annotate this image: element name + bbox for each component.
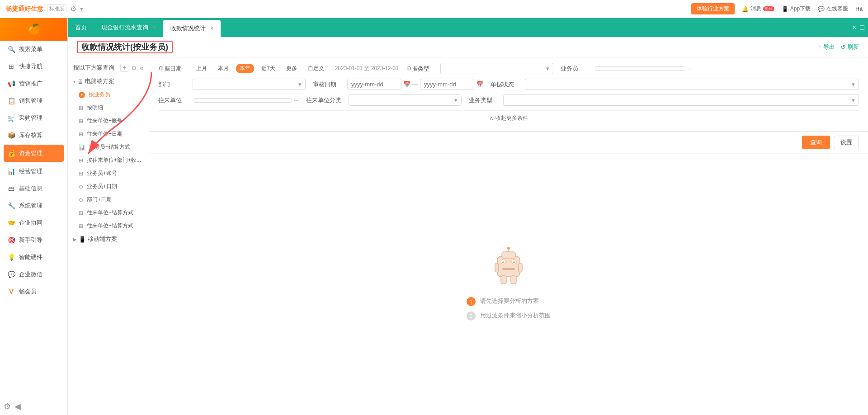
page-title: 收款情况统计(按业务员): [77, 41, 173, 53]
sidebar-collapse-btn[interactable]: ◀: [14, 401, 21, 411]
partner-category-select[interactable]: ▾: [349, 94, 462, 106]
query-btn[interactable]: 查询: [802, 136, 830, 149]
sidebar-item-quicknav[interactable]: ⊞ 快捷导航: [0, 58, 67, 75]
filter-row-1: 单据日期 上月 本月 本年 近7天 更多 自定义 2023-01-01 至 20…: [158, 63, 859, 74]
date-more-btn[interactable]: 更多: [283, 64, 301, 73]
dropdown-icon[interactable]: ▾: [80, 5, 83, 12]
sidebar-label-member: 畅会员: [19, 288, 37, 296]
calendar-icon-from[interactable]: 📅: [403, 81, 410, 88]
sidebar-item-enterprise[interactable]: 🤝 企业协同: [0, 214, 67, 231]
scheme-item-bydeptdate[interactable]: ⊙ 部门+日期: [68, 193, 149, 206]
scheme-item-bystaffdate[interactable]: ⊙ 业务员+日期: [68, 180, 149, 193]
audit-date-from[interactable]: [347, 79, 401, 90]
byunitdeptcollect-icon: ⊞: [79, 157, 83, 164]
sidebar-item-member[interactable]: V 畅会员: [0, 283, 67, 300]
staff-select[interactable]: [595, 66, 685, 71]
notice-btn[interactable]: 🔔 消息 99+: [742, 5, 774, 13]
tab-home-label: 首页: [75, 24, 87, 32]
sidebar-item-inventory[interactable]: 📦 库存核算: [0, 127, 67, 144]
tab-bankflow[interactable]: 现金银行流水查询 ×: [94, 18, 163, 37]
sidebar-label-hardware: 智能硬件: [19, 253, 42, 261]
window-max-btn[interactable]: □: [860, 24, 864, 32]
scheme-item-byunitdate[interactable]: ⊞ 往来单位+日期: [68, 127, 149, 141]
scheme-item-byunitdeptcollect[interactable]: ⊞ 按往来单位+部门+收...: [68, 154, 149, 167]
notice-badge: 99+: [763, 6, 774, 11]
svg-rect-8: [502, 268, 515, 270]
scheme-settings-btn[interactable]: ⚙: [131, 64, 137, 71]
enterprise-icon: 🤝: [7, 219, 15, 227]
scheme-item-bystaff[interactable]: ● 按业务员: [68, 88, 149, 101]
right-panel: 单据日期 上月 本月 本年 近7天 更多 自定义 2023-01-01 至 20…: [149, 57, 868, 415]
empty-area: 1 请先选择要分析的方案 2 用过滤条件来缩小分析范围: [149, 154, 868, 415]
date-custom-btn[interactable]: 自定义: [304, 64, 328, 73]
date-last-month-btn[interactable]: 上月: [193, 64, 211, 73]
date-7days-btn[interactable]: 近7天: [258, 64, 279, 73]
audit-date-to[interactable]: [420, 79, 474, 90]
date-this-month-btn[interactable]: 本月: [214, 64, 232, 73]
sidebar-item-sales[interactable]: 📋 销售管理: [0, 92, 67, 109]
refresh-btn[interactable]: ↺ 刷新: [840, 43, 859, 51]
sidebar-item-basic[interactable]: 🗃 基础信息: [0, 180, 67, 197]
export-btn[interactable]: ↑ 导出: [819, 43, 835, 51]
date-label: 单据日期: [158, 65, 185, 73]
partner-select[interactable]: [193, 98, 292, 103]
sidebar-item-wechat[interactable]: 💬 企业微信: [0, 266, 67, 283]
member-icon: V: [7, 288, 15, 296]
user-label: Rit: [855, 5, 863, 12]
calendar-icon-to[interactable]: 📅: [476, 81, 483, 88]
scheme-item-bydetail[interactable]: ⊞ 按明细: [68, 101, 149, 114]
doc-status-select[interactable]: ▾: [525, 79, 859, 90]
sidebar-settings-btn[interactable]: ⚙: [4, 401, 11, 411]
step-2-num: 2: [467, 311, 476, 321]
step-1-text: 请先选择要分析的方案: [480, 297, 539, 305]
svg-rect-0: [497, 256, 520, 277]
biz-type-select[interactable]: ▾: [503, 94, 859, 106]
bystaffdate-icon: ⊙: [79, 184, 83, 190]
scheme-collapse-btn[interactable]: «: [140, 64, 143, 71]
tab-collection[interactable]: 收款情况统计 ×: [163, 20, 221, 37]
tab-bankflow-close[interactable]: ×: [153, 24, 156, 31]
scheme-item-bystaffsettle[interactable]: 📊 业务员+结算方式: [68, 141, 149, 154]
tab-collection-close[interactable]: ×: [210, 25, 213, 32]
service-btn[interactable]: 💬 在线客服: [818, 5, 848, 13]
scheme-item-byunitsettle2[interactable]: ⊞ 往来单位+结算方式: [68, 219, 149, 232]
scheme-item-byunitsettle1[interactable]: ⊞ 往来单位+结算方式: [68, 206, 149, 219]
staff-more-btn[interactable]: ···: [687, 65, 692, 72]
sidebar-item-guide[interactable]: 🎯 新手引导: [0, 231, 67, 249]
partner-more-btn[interactable]: ···: [294, 97, 299, 104]
scheme-add-btn[interactable]: +: [120, 64, 128, 72]
byunitsettle1-icon: ⊞: [79, 210, 83, 216]
doctype-select[interactable]: ▾: [440, 63, 553, 74]
sidebar-item-system[interactable]: 🔧 系统管理: [0, 197, 67, 214]
app-download-btn[interactable]: 📱 App下载: [782, 5, 811, 13]
trial-btn[interactable]: 体验行业方案: [691, 3, 735, 14]
finance-icon: 💰: [7, 149, 15, 157]
top-settings-icon[interactable]: ⚙: [70, 5, 76, 13]
dept-select[interactable]: ▾: [193, 79, 306, 90]
sidebar-item-purchase[interactable]: 🛒 采购管理: [0, 109, 67, 127]
scheme-header: 按以下方案查询 + ⚙ «: [68, 61, 149, 75]
scheme-group-mobile-title[interactable]: ▶ 📱 移动端方案: [68, 232, 149, 246]
tab-bankflow-label: 现金银行流水查询: [101, 24, 148, 32]
action-row: 查询 设置: [149, 132, 868, 153]
collapse-bar[interactable]: ∧ 收起更多条件: [158, 110, 859, 126]
top-bar-right: 体验行业方案 🔔 消息 99+ 📱 App下载 💬 在线客服 Rit: [691, 3, 863, 14]
window-close-btn[interactable]: ×: [852, 24, 856, 32]
sidebar-label-purchase: 采购管理: [19, 114, 42, 122]
scheme-item-bystaffaccount[interactable]: ⊞ 业务员+账号: [68, 167, 149, 180]
tab-home[interactable]: 首页: [68, 18, 94, 37]
sidebar-item-search[interactable]: 🔍 搜索菜单: [0, 41, 67, 58]
scheme-group-desktop-title[interactable]: ▾ 🖥 电脑端方案: [68, 75, 149, 88]
settings-btn[interactable]: 设置: [834, 136, 859, 149]
notice-label: 消息: [750, 5, 761, 13]
sidebar-item-marketing[interactable]: 📢 营销推广: [0, 75, 67, 92]
sidebar-item-finance[interactable]: 💰 资金管理: [4, 145, 64, 162]
sidebar-item-hardware[interactable]: 💡 智能硬件: [0, 249, 67, 266]
quicknav-icon: ⊞: [7, 62, 15, 71]
date-this-year-btn[interactable]: 本年: [236, 64, 254, 73]
export-label: 导出: [823, 43, 835, 51]
sidebar-item-operation[interactable]: 📊 经营管理: [0, 163, 67, 180]
scheme-item-byunitaccount[interactable]: ⊞ 往来单位+账号: [68, 114, 149, 127]
purchase-icon: 🛒: [7, 114, 15, 122]
logo-text: 畅捷通好生意: [5, 5, 43, 13]
